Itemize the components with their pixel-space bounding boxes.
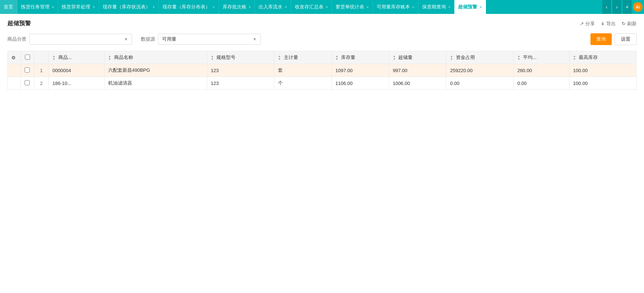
user-avatar: Ai [633, 2, 643, 12]
table-header-row: ⚙ ▲▼ 商品... ▲▼ 商品名称 ▲▼ 规格型号 [8, 51, 637, 64]
cell-index: 1 [34, 64, 49, 77]
th-max-stock-label: 最高库存 [579, 55, 598, 60]
nav-item-9[interactable]: 可用量库存账本× [373, 0, 418, 14]
cell-capital: 0.00 [446, 77, 513, 90]
nav-item-0[interactable]: 首页 [0, 0, 17, 14]
nav-item-6[interactable]: 出入库流水× [255, 0, 291, 14]
select-all-checkbox[interactable] [25, 55, 30, 60]
nav-item-7[interactable]: 收发存汇总表× [291, 0, 332, 14]
nav-item-4[interactable]: 现存量（库存分布表）× [159, 0, 219, 14]
cell-max-stock: 100.00 [569, 64, 636, 77]
th-unit[interactable]: ▲▼ 主计量 [274, 51, 332, 64]
query-button[interactable]: 查询 [590, 33, 612, 45]
cell-avg: 260.00 [513, 64, 569, 77]
nav-item-2[interactable]: 拣货异常处理× [58, 0, 99, 14]
th-product-code-label: 商品... [58, 55, 72, 60]
th-product-code[interactable]: ▲▼ 商品... [49, 51, 105, 64]
page-header: 超储预警 ↗ 分享 ↡ 导出 ↻ 刷新 [7, 20, 637, 27]
cell-overflow: 997.00 [389, 64, 446, 77]
row-checkbox-0[interactable] [25, 67, 30, 73]
refresh-label: 刷新 [627, 21, 637, 27]
sort-icon-avg: ▲▼ [517, 55, 520, 61]
sort-icon-unit: ▲▼ [278, 55, 281, 61]
refresh-action[interactable]: ↻ 刷新 [622, 21, 637, 27]
share-action[interactable]: ↗ 分享 [580, 21, 595, 27]
share-label: 分享 [585, 21, 595, 27]
sort-icon-max-stock: ▲▼ [573, 55, 576, 61]
th-overflow[interactable]: ▲▼ 超储量 [389, 51, 446, 64]
nav-item-10[interactable]: 保质期查询× [418, 0, 454, 14]
nav-bar: 首页拣货任务管理×拣货异常处理×现存量（库存状况表）×现存量（库存分布表）×库存… [0, 0, 644, 14]
nav-close-icon-8[interactable]: × [366, 5, 369, 9]
nav-item-1[interactable]: 拣货任务管理× [17, 0, 58, 14]
cell-settings [8, 77, 21, 90]
th-capital-label: 资金占用 [456, 55, 475, 60]
page-content: 超储预警 ↗ 分享 ↡ 导出 ↻ 刷新 商品分类 ▼ 数据源 [0, 14, 644, 293]
cell-checkbox[interactable] [21, 77, 34, 90]
th-product-name-label: 商品名称 [114, 55, 133, 60]
cell-unit: 个 [274, 77, 332, 90]
nav-close-icon-2[interactable]: × [92, 5, 95, 9]
cell-unit: 套 [274, 64, 332, 77]
sort-icon-product-name: ▲▼ [108, 55, 111, 61]
th-avg[interactable]: ▲▼ 平均... [513, 51, 569, 64]
th-unit-label: 主计量 [284, 55, 298, 60]
datasource-select[interactable]: 可用量 ▼ [158, 34, 261, 45]
sort-icon-spec: ▲▼ [211, 55, 214, 61]
cell-product-name: 六配套新昌490BPG [104, 64, 207, 77]
th-max-stock[interactable]: ▲▼ 最高库存 [569, 51, 636, 64]
cell-overflow: 1006.00 [389, 77, 446, 90]
th-product-name[interactable]: ▲▼ 商品名称 [104, 51, 207, 64]
cell-index: 2 [34, 77, 49, 90]
nav-close-icon-9[interactable]: × [412, 5, 414, 9]
category-label: 商品分类 [7, 36, 26, 42]
th-spec[interactable]: ▲▼ 规格型号 [207, 51, 274, 64]
nav-item-5[interactable]: 库存批次账× [219, 0, 255, 14]
nav-close-all[interactable]: × [623, 0, 632, 14]
nav-item-3[interactable]: 现存量（库存状况表）× [99, 0, 159, 14]
table-row: 2186-10...机油滤清器123个1106.001006.000.000.0… [8, 77, 637, 90]
th-stock[interactable]: ▲▼ 库存量 [332, 51, 389, 64]
sort-icon-capital: ▲▼ [450, 55, 453, 61]
nav-close-icon-7[interactable]: × [326, 5, 328, 9]
cell-stock: 1106.00 [332, 77, 389, 90]
data-table: ⚙ ▲▼ 商品... ▲▼ 商品名称 ▲▼ 规格型号 [7, 51, 637, 90]
th-checkbox [21, 51, 34, 64]
datasource-dropdown-icon: ▼ [253, 37, 257, 41]
nav-close-icon-10[interactable]: × [448, 5, 450, 9]
nav-close-icon-5[interactable]: × [249, 5, 251, 9]
sort-icon-product-code: ▲▼ [52, 55, 55, 61]
nav-close-icon-3[interactable]: × [153, 5, 155, 9]
share-icon: ↗ [580, 21, 584, 26]
table-row: 10000004六配套新昌490BPG123套1097.00997.002592… [8, 64, 637, 77]
nav-item-11[interactable]: 超储预警× [454, 0, 486, 14]
datasource-select-value: 可用量 [162, 36, 176, 42]
export-action[interactable]: ↡ 导出 [601, 21, 616, 27]
th-settings: ⚙ [8, 51, 21, 64]
cell-stock: 1097.00 [332, 64, 389, 77]
th-index [34, 51, 49, 64]
gear-icon[interactable]: ⚙ [11, 55, 16, 60]
row-checkbox-1[interactable] [25, 80, 30, 85]
nav-close-icon-1[interactable]: × [52, 5, 54, 9]
top-right-area: ‹ › × Ai [602, 0, 644, 14]
nav-left-arrow[interactable]: ‹ [602, 0, 611, 14]
nav-close-icon-4[interactable]: × [212, 5, 215, 9]
cell-product-name: 机油滤清器 [104, 77, 207, 90]
nav-right-arrow[interactable]: › [612, 0, 621, 14]
settings-button[interactable]: 设置 [615, 33, 637, 45]
header-actions: ↗ 分享 ↡ 导出 ↻ 刷新 [580, 21, 637, 27]
cell-spec: 123 [207, 77, 274, 90]
th-stock-label: 库存量 [341, 55, 355, 60]
nav-close-icon-6[interactable]: × [285, 5, 287, 9]
sort-icon-stock: ▲▼ [336, 55, 339, 61]
action-buttons: 查询 设置 [590, 33, 637, 45]
th-capital[interactable]: ▲▼ 资金占用 [446, 51, 513, 64]
category-select[interactable]: ▼ [29, 34, 132, 45]
nav-item-8[interactable]: 要货单统计表× [332, 0, 373, 14]
nav-close-icon-11[interactable]: × [479, 5, 482, 9]
datasource-label: 数据源 [141, 36, 155, 42]
cell-checkbox[interactable] [21, 64, 34, 77]
sort-icon-overflow: ▲▼ [393, 55, 396, 61]
filter-row: 商品分类 ▼ 数据源 可用量 ▼ 查询 设置 [7, 33, 637, 45]
